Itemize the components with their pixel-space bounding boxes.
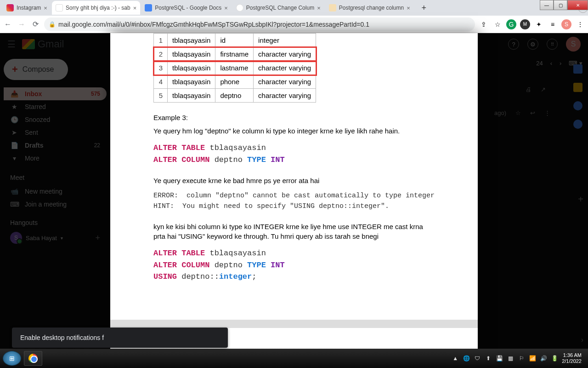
settings-icon[interactable]: ⚙ [527,39,538,50]
reply-icon[interactable]: ↩ [530,109,535,116]
table-row: 1 tblaqsayasin id integer [154,34,316,47]
help-icon[interactable]: ? [508,39,519,50]
network-icon[interactable]: 📶 [529,355,536,362]
chrome-task-icon[interactable] [24,351,42,366]
contacts-icon[interactable] [573,120,582,129]
sidebar-item-snoozed[interactable]: 🕒 Snoozed [4,113,107,126]
keep-icon[interactable] [573,83,582,92]
sidebar-item-sent[interactable]: ➤ Sent [4,126,107,139]
tray-icon[interactable]: 💾 [496,355,503,362]
reload-button[interactable]: ⟳ [30,19,40,29]
open-new-icon[interactable]: ↗ [541,86,546,93]
row-number: 2 [154,47,168,61]
tray-up-icon[interactable]: ▲ [452,355,459,362]
sidebar-item-more[interactable]: ▾ More [4,152,107,165]
sidebar-item-label: Join a meeting [25,201,67,208]
start-button[interactable]: ⊞ [3,351,21,366]
tab-1[interactable]: Sorry ghlt bhj diya :-) - sab × [52,1,140,15]
table-name-cell: tblaqsayasin [168,47,215,61]
datatype-cell: character varying [254,47,316,61]
forward-button[interactable]: → [17,19,27,29]
tray-icon[interactable]: ⬆ [485,355,492,362]
table-name-cell: tblaqsayasin [168,75,215,89]
sidebar-item-label: Starred [25,103,46,110]
tab-close-icon[interactable]: × [317,5,321,12]
tab-3[interactable]: PostgreSQL Change Colum × [232,1,324,15]
tabstrip: Instagram × Sorry ghlt bhj diya :-) - sa… [0,0,588,16]
column-name-cell: firstname [215,47,254,61]
account-avatar[interactable]: S [566,37,581,52]
tray-icon[interactable]: ⚐ [518,355,525,362]
compose-label: Compose [23,65,54,74]
share-icon[interactable]: ⇪ [479,19,489,29]
extension-icon[interactable]: G [506,19,516,29]
extension-icon[interactable]: M [520,19,530,29]
sidebar-item-join-meeting[interactable]: ⌨ Join a meeting [4,198,107,211]
browser-toolbar: ← → ⟳ 🔒 mail.google.com/mail/u/0/#inbox/… [0,16,588,33]
tab-label: Postgresql change column [339,5,404,11]
hangout-user[interactable]: S Saba Hayat ▾ + [4,230,107,246]
tab-0[interactable]: Instagram × [3,1,51,15]
sql-code-block: ALTER TABLE tblaqsayasin ALTER COLUMN de… [153,247,435,283]
calendar-icon[interactable] [573,64,582,74]
chrome-menu-button[interactable]: ⋮ [575,19,585,29]
tray-icon[interactable]: ▦ [507,355,514,362]
prev-page-button[interactable]: ‹ [550,60,552,67]
addons-button[interactable]: + [578,194,583,205]
collapse-rail-button[interactable]: › [581,336,583,344]
profile-avatar[interactable]: S [561,19,571,29]
apps-icon[interactable]: ⠿ [547,39,558,50]
docs-icon [145,4,152,12]
tab-close-icon[interactable]: × [44,5,47,12]
tab-4[interactable]: Postgresql change column × [325,1,414,15]
column-name-cell: lastname [215,61,254,75]
battery-icon[interactable]: 🔋 [551,355,558,362]
table-row: 3 tblaqsayasin lastname character varyin… [154,61,316,75]
row-number: 5 [154,89,168,103]
reading-list-icon[interactable]: ≡ [548,19,558,29]
compose-button[interactable]: + Compose [4,59,68,80]
tab-close-icon[interactable]: × [224,5,228,12]
star-icon[interactable]: ☆ [515,109,521,116]
address-bar[interactable]: 🔒 mail.google.com/mail/u/0/#inbox/FMfcgz… [44,17,475,31]
taskbar: ⊞ ▲ 🌐 🛡 ⬆ 💾 ▦ ⚐ 📶 🔊 🔋 1:36 AM 2/1/2022 [0,349,588,368]
star-icon[interactable]: ☆ [492,19,503,29]
sidebar-item-new-meeting[interactable]: 📹 New meeting [4,185,107,198]
tab-close-icon[interactable]: × [407,5,410,12]
next-page-button[interactable]: › [560,60,561,67]
tasks-icon[interactable] [573,101,582,110]
tray-icon[interactable]: 🌐 [463,355,470,362]
sidebar-item-label: Inbox [25,90,42,98]
window-maximize[interactable]: ▢ [554,0,567,10]
tab-2[interactable]: PostgreSQL - Google Docs × [141,1,232,15]
taskbar-clock[interactable]: 1:36 AM 2/1/2022 [562,352,582,364]
sidebar-item-starred[interactable]: ★ Starred [4,100,107,113]
add-hangout-button[interactable]: + [95,233,100,243]
tab-close-icon[interactable]: × [133,5,137,12]
notification-toast[interactable]: Enable desktop notifications f [12,328,228,348]
hamburger-icon[interactable]: ☰ [7,39,16,50]
gmail-brand: Gmail [38,38,64,50]
site-icon [236,4,243,12]
sidebar-item-label: More [25,155,40,162]
volume-icon[interactable]: 🔊 [540,355,547,362]
column-name-cell: phone [215,75,254,89]
gmail-logo[interactable]: Gmail [22,38,64,50]
table-row: 4 tblaqsayasin phone character varying [154,75,316,89]
more-icon[interactable]: ⋮ [544,109,550,116]
new-tab-button[interactable]: + [418,1,430,14]
print-icon[interactable]: 🖨 [526,86,531,93]
page-indicator: 24 [536,60,543,67]
url-text: mail.google.com/mail/u/0/#inbox/FMfcgzGm… [58,21,369,28]
table-name-cell: tblaqsayasin [168,34,215,47]
sidebar-item-drafts[interactable]: 📄 Drafts 22 [4,139,107,152]
window-minimize[interactable]: — [540,0,554,10]
window-close[interactable]: ✕ [567,0,588,10]
back-button[interactable]: ← [3,19,13,29]
paragraph: Ye query execute krne ke bad hmre ps ye … [153,176,435,185]
extensions-button[interactable]: ✦ [534,19,544,29]
sidebar-item-inbox[interactable]: 📥 Inbox 575 [4,87,107,100]
hangouts-header: Hangouts [10,219,107,226]
tray-icon[interactable]: 🛡 [474,355,481,362]
table-name-cell: tblaqsayasin [168,61,215,75]
